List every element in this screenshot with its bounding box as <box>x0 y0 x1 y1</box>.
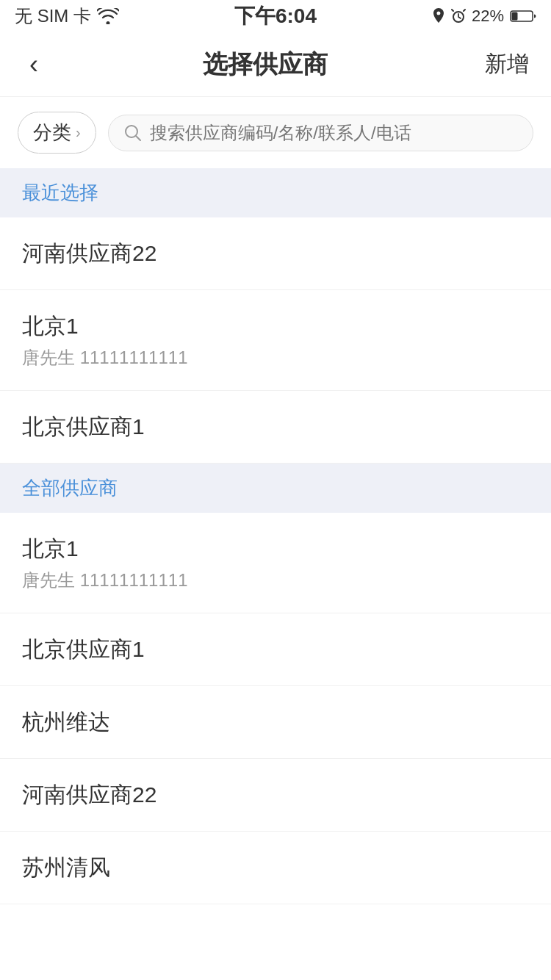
item-name: 苏州清风 <box>22 852 529 883</box>
search-box <box>108 115 533 151</box>
item-sub: 唐先生 11111111111 <box>22 346 529 370</box>
list-item[interactable]: 北京供应商1 <box>0 613 551 686</box>
recent-section-label: 最近选择 <box>22 181 98 203</box>
add-button[interactable]: 新增 <box>485 49 529 79</box>
search-icon <box>123 123 143 143</box>
list-item[interactable]: 苏州清风 <box>0 832 551 904</box>
item-name: 杭州维达 <box>22 707 529 738</box>
recent-section-header: 最近选择 <box>0 168 551 217</box>
recent-items-list: 河南供应商22北京1唐先生 11111111111北京供应商1 <box>0 217 551 464</box>
battery-icon <box>510 10 536 23</box>
alarm-icon <box>451 8 466 24</box>
page-title: 选择供应商 <box>203 48 328 82</box>
list-item[interactable]: 北京1唐先生 11111111111 <box>0 290 551 391</box>
wifi-icon <box>97 8 119 24</box>
item-name: 河南供应商22 <box>22 238 529 269</box>
filter-row: 分类 › <box>0 97 551 168</box>
no-sim-text: 无 SIM 卡 <box>15 4 91 28</box>
all-section-header: 全部供应商 <box>0 464 551 513</box>
list-item[interactable]: 北京供应商1 <box>0 391 551 464</box>
status-right: 22% <box>432 7 536 26</box>
list-item[interactable]: 北京1唐先生 11111111111 <box>0 513 551 613</box>
list-item[interactable]: 河南供应商22 <box>0 217 551 290</box>
nav-bar: ‹ 选择供应商 新增 <box>0 32 551 97</box>
battery-text: 22% <box>472 7 504 26</box>
item-name: 北京1 <box>22 311 529 342</box>
item-name: 北京1 <box>22 533 529 564</box>
item-name: 河南供应商22 <box>22 779 529 810</box>
svg-rect-2 <box>512 12 518 21</box>
search-input[interactable] <box>150 123 518 143</box>
list-item[interactable]: 杭州维达 <box>0 686 551 759</box>
item-sub: 唐先生 11111111111 <box>22 569 529 592</box>
category-label: 分类 <box>33 120 71 145</box>
item-name: 北京供应商1 <box>22 634 529 665</box>
item-name: 北京供应商1 <box>22 411 529 442</box>
list-item[interactable]: 河南供应商22 <box>0 759 551 832</box>
back-button[interactable]: ‹ <box>22 42 46 87</box>
all-section-label: 全部供应商 <box>22 477 118 499</box>
all-items-list: 北京1唐先生 11111111111北京供应商1杭州维达河南供应商22苏州清风 <box>0 513 551 904</box>
chevron-right-icon: › <box>76 124 81 141</box>
status-left: 无 SIM 卡 <box>15 4 119 28</box>
status-time: 下午6:04 <box>234 2 317 30</box>
location-icon <box>432 8 445 24</box>
status-bar: 无 SIM 卡 下午6:04 22% <box>0 0 551 32</box>
category-button[interactable]: 分类 › <box>18 112 96 154</box>
